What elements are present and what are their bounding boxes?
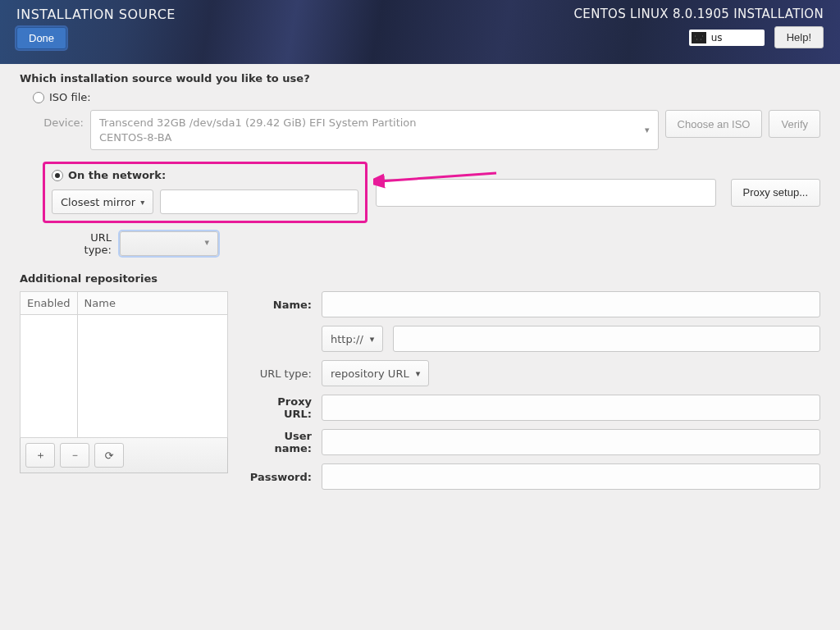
repo-proxy-label: Proxy URL: bbox=[248, 395, 312, 420]
repo-name-label: Name: bbox=[248, 299, 312, 311]
mirror-label: Closest mirror bbox=[61, 196, 135, 208]
repo-urltype-label: URL type: bbox=[248, 368, 312, 380]
device-select[interactable]: Transcend 32GB /dev/sda1 (29.42 GiB) EFI… bbox=[90, 110, 659, 150]
network-radio-row[interactable]: On the network: bbox=[52, 169, 358, 181]
repo-form: Name: http:// ▾ URL type: repository URL… bbox=[248, 291, 820, 498]
repo-url-input[interactable] bbox=[393, 326, 820, 352]
device-line2: CENTOS-8-BA bbox=[99, 130, 635, 145]
network-label: On the network: bbox=[68, 169, 166, 181]
network-controls: Closest mirror ▾ bbox=[52, 189, 358, 214]
repo-pass-row: Password: bbox=[248, 463, 820, 490]
repo-user-row: User name: bbox=[248, 429, 820, 455]
url-type-row: URL type: bbox=[62, 231, 820, 256]
keyboard-indicator[interactable]: us bbox=[689, 30, 765, 46]
remove-repo-button[interactable]: － bbox=[60, 443, 89, 468]
device-line1: Transcend 32GB /dev/sda1 (29.42 GiB) EFI… bbox=[99, 116, 635, 130]
minus-icon: － bbox=[70, 448, 80, 463]
url-type-dropdown[interactable] bbox=[120, 231, 218, 256]
repo-url-row: http:// ▾ bbox=[248, 326, 820, 352]
repo-name-row: Name: bbox=[248, 291, 820, 317]
additional-repos-heading: Additional repositories bbox=[20, 272, 820, 285]
chevron-down-icon: ▾ bbox=[140, 198, 144, 207]
prompt: Which installation source would you like… bbox=[20, 72, 820, 84]
repo-urltype-value: repository URL bbox=[331, 368, 409, 380]
repo-user-input[interactable] bbox=[322, 429, 820, 455]
radio-network[interactable] bbox=[52, 170, 63, 181]
table-row bbox=[21, 315, 228, 438]
repo-proxy-input[interactable] bbox=[322, 395, 820, 421]
table-buttons: ＋ － ⟳ bbox=[20, 438, 228, 473]
network-url-input[interactable] bbox=[376, 179, 716, 207]
repo-proxy-row: Proxy URL: bbox=[248, 395, 820, 421]
keyboard-layout: us bbox=[711, 32, 723, 43]
page-title: INSTALLATION SOURCE bbox=[16, 7, 176, 22]
repo-name-input[interactable] bbox=[322, 291, 820, 317]
help-button[interactable]: Help! bbox=[774, 26, 824, 48]
network-url-input-left[interactable] bbox=[160, 189, 358, 214]
repo-table-wrap: Enabled Name ＋ － ⟳ bbox=[20, 291, 228, 473]
repo-user-label: User name: bbox=[248, 430, 312, 454]
device-label: Device: bbox=[43, 110, 84, 129]
mirror-dropdown[interactable]: Closest mirror ▾ bbox=[52, 189, 153, 214]
chevron-down-icon: ▾ bbox=[416, 368, 421, 379]
iso-radio-row[interactable]: ISO file: bbox=[20, 91, 820, 103]
repo-proto-dropdown[interactable]: http:// ▾ bbox=[322, 326, 383, 352]
repo-pass-label: Password: bbox=[248, 471, 312, 483]
refresh-icon: ⟳ bbox=[105, 450, 114, 462]
install-title: CENTOS LINUX 8.0.1905 INSTALLATION bbox=[574, 7, 824, 21]
header-bar: INSTALLATION SOURCE Done CENTOS LINUX 8.… bbox=[0, 0, 840, 64]
network-row: On the network: Closest mirror ▾ Proxy s… bbox=[33, 162, 820, 223]
repo-pass-input[interactable] bbox=[322, 463, 820, 490]
header-right-row: us Help! bbox=[689, 26, 824, 48]
repo-table[interactable]: Enabled Name bbox=[20, 291, 228, 438]
proxy-setup-button[interactable]: Proxy setup... bbox=[731, 179, 820, 207]
plus-icon: ＋ bbox=[35, 448, 46, 463]
col-name[interactable]: Name bbox=[77, 292, 227, 315]
iso-label: ISO file: bbox=[49, 91, 91, 103]
repo-proto-label: http:// bbox=[331, 333, 363, 345]
device-row: Device: Transcend 32GB /dev/sda1 (29.42 … bbox=[43, 110, 820, 150]
header-right: CENTOS LINUX 8.0.1905 INSTALLATION us He… bbox=[574, 7, 824, 64]
verify-button[interactable]: Verify bbox=[769, 110, 820, 138]
repos-section: Enabled Name ＋ － ⟳ Name: http:// ▾ bbox=[20, 291, 820, 498]
done-button[interactable]: Done bbox=[16, 27, 66, 49]
keyboard-icon bbox=[692, 32, 706, 43]
network-highlight: On the network: Closest mirror ▾ bbox=[43, 162, 368, 223]
chevron-down-icon: ▾ bbox=[370, 334, 375, 345]
url-type-label: URL type: bbox=[62, 231, 112, 256]
repo-urltype-dropdown[interactable]: repository URL ▾ bbox=[322, 360, 429, 386]
repo-urltype-row: URL type: repository URL ▾ bbox=[248, 360, 820, 386]
add-repo-button[interactable]: ＋ bbox=[25, 443, 55, 468]
content: Which installation source would you like… bbox=[0, 64, 840, 506]
chevron-down-icon: ▾ bbox=[645, 124, 650, 136]
col-enabled[interactable]: Enabled bbox=[21, 292, 78, 315]
refresh-repo-button[interactable]: ⟳ bbox=[94, 443, 124, 468]
radio-iso[interactable] bbox=[33, 92, 44, 103]
choose-iso-button[interactable]: Choose an ISO bbox=[665, 110, 763, 138]
header-left: INSTALLATION SOURCE Done bbox=[16, 7, 176, 64]
